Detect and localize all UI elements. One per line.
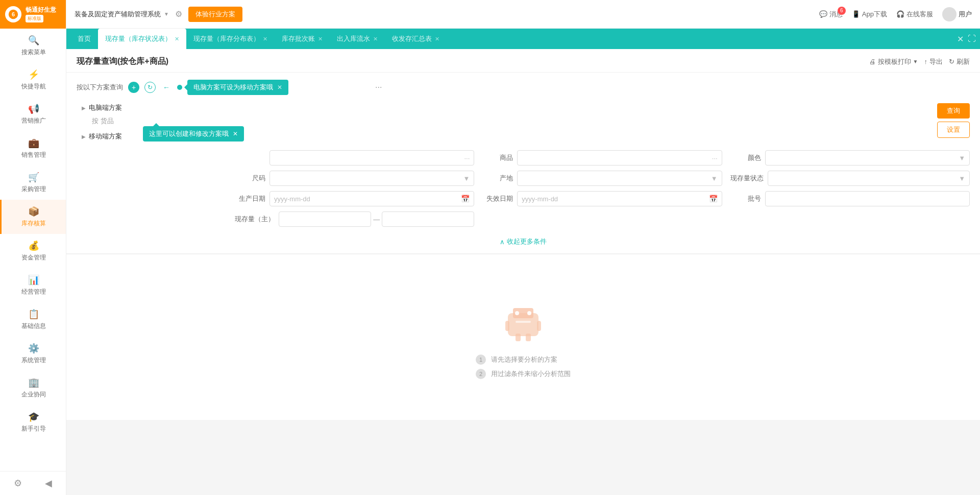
step-num-1: 1 xyxy=(476,355,486,365)
refresh-scheme-btn[interactable]: ↻ xyxy=(144,82,156,93)
svg-point-4 xyxy=(515,311,519,315)
back-btn[interactable]: ← xyxy=(161,82,172,93)
svg-point-5 xyxy=(527,311,531,315)
logo-name: 畅通好生意 xyxy=(26,6,56,14)
sidebar-item-guide[interactable]: 🎓 新手引导 xyxy=(0,405,66,439)
sidebar-item-operations[interactable]: 📊 经营管理 xyxy=(0,268,66,302)
support-btn[interactable]: 🎧 在线客服 xyxy=(896,10,933,19)
sidebar-item-purchase[interactable]: 🛒 采购管理 xyxy=(0,166,66,200)
settings-icon[interactable]: ⚙ xyxy=(14,478,22,489)
origin-select[interactable]: ▼ xyxy=(517,171,722,186)
sidebar-item-basic-info[interactable]: 📋 基础信息 xyxy=(0,302,66,337)
sidebar-item-search-menu[interactable]: 🔍 搜索菜单 xyxy=(0,29,66,63)
sidebar-item-label: 搜索菜单 xyxy=(21,48,46,57)
filter-area: 按以下方案查询 + ↻ ← 电脑方案可设为移动方案哦 ✕ ··· xyxy=(66,73,980,254)
production-date-input[interactable]: yyyy-mm-dd 📅 xyxy=(270,191,474,206)
dots-icon: ··· xyxy=(712,154,718,162)
field-expiry-date: 失效日期 yyyy-mm-dd 📅 xyxy=(482,191,722,206)
tab-close-icon[interactable]: ✕ xyxy=(373,36,378,42)
refresh-btn[interactable]: ↻ 刷新 xyxy=(949,57,970,66)
tooltip-close-icon[interactable]: ✕ xyxy=(277,84,282,91)
date-placeholder: yyyy-mm-dd xyxy=(522,195,558,203)
tab-inout-flow[interactable]: 出入库流水 ✕ xyxy=(330,29,385,49)
sidebar-item-label: 营销推广 xyxy=(21,116,46,125)
tab-home[interactable]: 首页 xyxy=(70,34,98,43)
search-menu-icon: 🔍 xyxy=(28,35,39,46)
sidebar-item-label: 采购管理 xyxy=(21,185,46,194)
empty-state: 1 请先选择要分析的方案 2 用过滤条件来缩小分析范围 xyxy=(66,254,980,420)
sub-scheme-area: 按 货品 xyxy=(92,115,970,127)
stock-min-input[interactable] xyxy=(279,211,371,227)
sidebar-item-quick-nav[interactable]: ⚡ 快捷导航 xyxy=(0,63,66,97)
message-badge: 6 xyxy=(838,7,846,15)
tab-batch-ledger[interactable]: 库存批次账 ✕ xyxy=(275,29,330,49)
tab-recv-summary[interactable]: 收发存汇总表 ✕ xyxy=(385,29,447,49)
stock-max-input[interactable] xyxy=(382,211,474,227)
batch-input[interactable] xyxy=(765,191,970,206)
sidebar-item-inventory[interactable]: 📦 库存核算 xyxy=(0,200,66,234)
export-btn[interactable]: ↑ 导出 xyxy=(924,57,943,66)
close-tab-icon[interactable]: ✕ xyxy=(957,34,964,44)
sidebar-item-label: 资金管理 xyxy=(21,253,46,262)
edit-tooltip-text: 这里可以创建和修改方案哦 xyxy=(149,129,229,138)
color-select[interactable]: ▼ xyxy=(765,150,970,166)
query-btn[interactable]: 查询 xyxy=(937,103,970,119)
page-header: 现存量查询(按仓库+商品) 🖨 按模板打印 ▼ ↑ 导出 ↻ 刷新 xyxy=(66,49,980,73)
stock-status-select[interactable]: ▼ xyxy=(768,171,970,186)
message-btn[interactable]: 💬 消息 6 xyxy=(819,10,843,19)
calendar-icon: 📅 xyxy=(709,195,718,203)
user-btn[interactable]: 用户 xyxy=(942,7,972,21)
tab-close-icon[interactable]: ✕ xyxy=(318,36,323,42)
logo-badge: 标准版 xyxy=(26,15,43,22)
scheme-mobile-label: 移动端方案 xyxy=(89,132,122,141)
expiry-date-input[interactable]: yyyy-mm-dd 📅 xyxy=(517,191,722,206)
sidebar-item-system[interactable]: ⚙️ 系统管理 xyxy=(0,337,66,371)
color-label: 颜色 xyxy=(730,153,761,162)
gear-icon[interactable]: ⚙ xyxy=(175,9,182,19)
filter-fields-area: ··· 商品 ··· 颜色 xyxy=(77,150,970,227)
scheme-tree: ▶ 电脑端方案 xyxy=(82,101,970,114)
print-template-btn[interactable]: 🖨 按模板打印 ▼ xyxy=(869,57,918,66)
maximize-icon[interactable]: ⛶ xyxy=(968,34,976,43)
sidebar-item-marketing[interactable]: 📢 营销推广 xyxy=(0,97,66,131)
headset-icon: 🎧 xyxy=(896,10,904,18)
sidebar-item-sales[interactable]: 💼 销售管理 xyxy=(0,131,66,166)
basic-info-icon: 📋 xyxy=(28,309,39,320)
sidebar-item-finance[interactable]: 💰 资金管理 xyxy=(0,234,66,268)
app-download-btn[interactable]: 📱 App下载 xyxy=(852,10,887,19)
filter-actions: 查询 设置 xyxy=(937,103,970,138)
scheme-pc-item[interactable]: ▶ 电脑端方案 xyxy=(82,101,970,114)
dropdown-arrow-icon: ▼ xyxy=(164,11,169,17)
tab-inventory-dist[interactable]: 现存量（库存分布表） ✕ xyxy=(186,29,275,49)
collapse-btn[interactable]: ∧ 收起更多条件 xyxy=(500,237,547,246)
svg-rect-6 xyxy=(516,321,531,323)
product-select[interactable]: ··· xyxy=(517,150,722,166)
size-select[interactable]: ▼ xyxy=(270,171,474,186)
field-batch: 批号 xyxy=(730,191,970,206)
app-label: App下载 xyxy=(862,10,887,19)
set-btn[interactable]: 设置 xyxy=(937,122,970,138)
sidebar-item-label: 快捷导航 xyxy=(21,82,46,91)
add-scheme-btn[interactable]: + xyxy=(128,82,139,93)
empty-illustration xyxy=(498,295,549,346)
operations-icon: 📊 xyxy=(28,274,39,286)
collapse-sidebar-icon[interactable]: ◀ xyxy=(45,478,52,489)
svg-text:6: 6 xyxy=(12,11,15,17)
tab-close-icon[interactable]: ✕ xyxy=(175,36,179,42)
calendar-icon: 📅 xyxy=(461,195,470,203)
warehouse-select[interactable]: ··· xyxy=(270,150,474,166)
filter-dots-1[interactable]: ··· xyxy=(375,83,382,92)
svg-rect-10 xyxy=(526,334,531,341)
trial-btn[interactable]: 体验行业方案 xyxy=(188,7,242,22)
production-date-label: 生产日期 xyxy=(235,194,265,203)
stock-status-label: 现存量状态 xyxy=(730,174,764,183)
tab-close-icon[interactable]: ✕ xyxy=(263,36,267,42)
dropdown-arrow: ▼ xyxy=(959,175,965,182)
tab-close-icon[interactable]: ✕ xyxy=(435,36,439,42)
svg-rect-8 xyxy=(537,321,541,331)
edit-tooltip-close-icon[interactable]: ✕ xyxy=(233,130,238,137)
expand-arrow-icon: ▶ xyxy=(82,105,86,111)
sidebar-item-enterprise[interactable]: 🏢 企业协同 xyxy=(0,371,66,405)
tab-inventory-status[interactable]: 现存量（库存状况表） ✕ xyxy=(98,29,186,49)
message-icon: 💬 xyxy=(819,10,827,18)
